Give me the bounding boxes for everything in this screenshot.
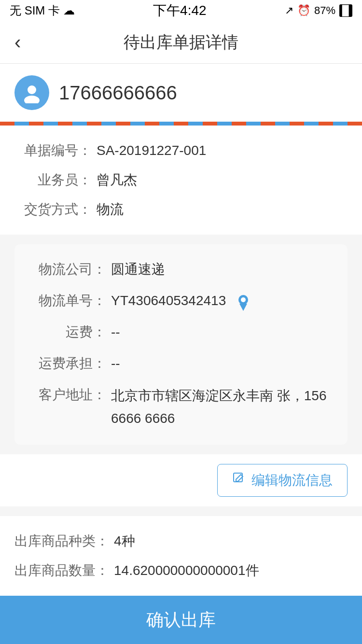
person-icon xyxy=(21,82,42,103)
svg-point-1 xyxy=(24,96,40,103)
goods-types-row: 出库商品种类： 4种 xyxy=(14,531,348,552)
status-bar: 无 SIM 卡 ☁ 下午4:42 ↗ ⏰ 87% ▉ xyxy=(0,0,362,21)
freight-bearer-label: 运费承担： xyxy=(29,353,106,375)
edit-btn-row: 编辑物流信息 xyxy=(0,454,362,506)
edit-logistics-button[interactable]: 编辑物流信息 xyxy=(217,464,348,497)
delivery-method-row: 交货方式： 物流 xyxy=(14,199,348,221)
salesman-row: 业务员： 曾凡杰 xyxy=(14,169,348,191)
freight-value: -- xyxy=(111,322,333,343)
salesman-label: 业务员： xyxy=(14,169,92,191)
order-no-row: 单据编号： SA-20191227-001 xyxy=(14,140,348,162)
sim-status: 无 SIM 卡 ☁ xyxy=(10,3,75,18)
status-left: 无 SIM 卡 ☁ xyxy=(10,3,75,18)
goods-types-value: 4种 xyxy=(114,531,348,552)
logistics-card: 物流公司： 圆通速递 物流单号： YT4306405342413 运费： -- xyxy=(14,244,348,444)
address-label: 客户地址： xyxy=(29,384,106,406)
salesman-value: 曾凡杰 xyxy=(97,169,348,191)
address-row: 客户地址： 北京市市辖区海淀区永丰南 张，156 6666 6666 xyxy=(29,384,333,430)
edit-icon xyxy=(232,472,246,489)
goods-section: 出库商品种类： 4种 出库商品数量： 14.620000000000001件 xyxy=(0,516,362,596)
svg-point-0 xyxy=(28,85,36,94)
customer-header: 17666666666 xyxy=(0,64,362,122)
status-time: 下午4:42 xyxy=(153,1,207,20)
freight-label: 运费： xyxy=(29,322,106,343)
avatar xyxy=(14,75,49,110)
tracking-no-container: YT4306405342413 xyxy=(111,290,253,312)
freight-row: 运费： -- xyxy=(29,322,333,343)
freight-bearer-value: -- xyxy=(111,353,333,375)
delivery-method-value: 物流 xyxy=(97,199,348,221)
location-status-icon: ↗ xyxy=(285,4,293,17)
logistics-company-value: 圆通速递 xyxy=(111,259,333,280)
nav-bar: ‹ 待出库单据详情 xyxy=(0,21,362,64)
dashed-divider xyxy=(0,122,362,126)
alarm-icon: ⏰ xyxy=(297,4,310,17)
battery-level: 87% xyxy=(314,4,335,17)
page-title: 待出库单据详情 xyxy=(124,31,238,54)
order-no-label: 单据编号： xyxy=(14,140,92,162)
confirm-button[interactable]: 确认出库 xyxy=(0,596,362,644)
address-value: 北京市市辖区海淀区永丰南 张，156 6666 6666 xyxy=(111,384,333,430)
logistics-company-label: 物流公司： xyxy=(29,259,106,280)
battery-icon: ▉ xyxy=(339,4,352,17)
goods-quantity-row: 出库商品数量： 14.620000000000001件 xyxy=(14,560,348,582)
goods-quantity-label: 出库商品数量： xyxy=(14,560,109,582)
tracking-no-label: 物流单号： xyxy=(29,290,106,312)
svg-point-3 xyxy=(241,297,246,302)
delivery-method-label: 交货方式： xyxy=(14,199,92,221)
back-button[interactable]: ‹ xyxy=(14,31,21,53)
goods-types-label: 出库商品种类： xyxy=(14,531,109,552)
tracking-no-value: YT4306405342413 xyxy=(111,290,226,312)
confirm-btn-label: 确认出库 xyxy=(146,608,216,632)
order-no-value: SA-20191227-001 xyxy=(97,140,348,162)
goods-quantity-value: 14.620000000000001件 xyxy=(114,560,348,582)
order-info-section: 单据编号： SA-20191227-001 业务员： 曾凡杰 交货方式： 物流 xyxy=(0,126,362,235)
edit-logistics-label: 编辑物流信息 xyxy=(251,471,333,490)
status-right: ↗ ⏰ 87% ▉ xyxy=(285,4,352,17)
freight-bearer-row: 运费承担： -- xyxy=(29,353,333,375)
map-pin-icon[interactable] xyxy=(234,292,253,311)
tracking-no-row: 物流单号： YT4306405342413 xyxy=(29,290,333,312)
svg-marker-4 xyxy=(239,304,247,311)
logistics-company-row: 物流公司： 圆通速递 xyxy=(29,259,333,280)
customer-phone: 17666666666 xyxy=(59,82,177,104)
section-gap-1 xyxy=(0,506,362,516)
